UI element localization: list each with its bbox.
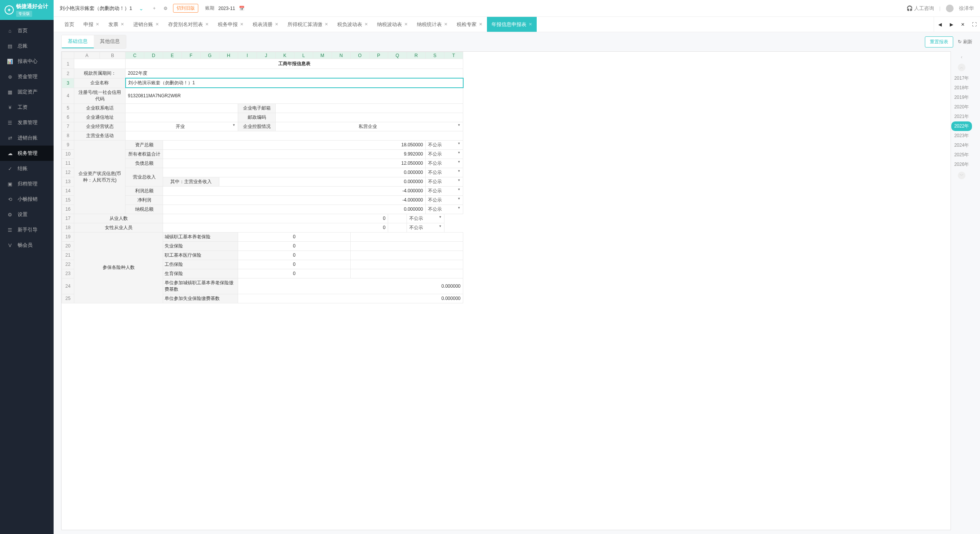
collapse-icon[interactable]: ‹ <box>961 54 962 60</box>
nav-item-home[interactable]: ⌂首页 <box>0 23 54 38</box>
tab-纳税统计表[interactable]: 纳税统计表✕ <box>412 17 452 32</box>
nav-item-salary[interactable]: ¥工资 <box>0 100 54 115</box>
nav-item-fund[interactable]: ⊕资金管理 <box>0 69 54 84</box>
close-icon[interactable]: ✕ <box>275 22 278 27</box>
tab-存货别名对照表[interactable]: 存货别名对照表✕ <box>163 17 213 32</box>
year-2018年[interactable]: 2018年 <box>951 83 972 93</box>
disclose-select[interactable]: 不公示 <box>426 177 463 186</box>
row-header[interactable]: 20 <box>62 241 74 251</box>
nav-item-close[interactable]: ✓结账 <box>0 161 54 176</box>
tab-年报信息申报表[interactable]: 年报信息申报表✕ <box>487 17 537 32</box>
year-2021年[interactable]: 2021年 <box>951 112 972 121</box>
row-header[interactable]: 11 <box>62 159 74 168</box>
disclose-select[interactable]: 不公示 <box>426 195 463 205</box>
tab-next-icon[interactable]: ▶ <box>946 17 957 32</box>
disclose-select[interactable]: 不公示 <box>426 205 463 214</box>
calendar-icon[interactable]: 📅 <box>239 6 245 11</box>
year-2025年[interactable]: 2025年 <box>951 150 972 160</box>
row-header[interactable]: 13 <box>62 177 74 186</box>
row-header[interactable]: 8 <box>62 131 74 140</box>
chevron-down-icon[interactable]: ⌄ <box>136 5 147 11</box>
nav-item-tax[interactable]: ☁税务管理 <box>0 146 54 161</box>
row-header[interactable]: 7 <box>62 122 74 131</box>
tab-进销台账[interactable]: 进销台账✕ <box>129 17 163 32</box>
row-header[interactable]: 10 <box>62 149 74 159</box>
year-2023年[interactable]: 2023年 <box>951 131 972 141</box>
row-header[interactable]: 6 <box>62 113 74 122</box>
nav-item-inout[interactable]: ⇄进销台账 <box>0 130 54 146</box>
year-2026年[interactable]: 2026年 <box>951 160 972 169</box>
close-icon[interactable]: ✕ <box>444 22 448 27</box>
row-header[interactable]: 16 <box>62 205 74 214</box>
close-icon[interactable]: ✕ <box>155 22 159 27</box>
subtab-basic[interactable]: 基础信息 <box>62 35 94 48</box>
close-icon[interactable]: ✕ <box>96 22 99 27</box>
nav-item-reclaim[interactable]: ⟲小畅报销 <box>0 192 54 207</box>
subtab-other[interactable]: 其他信息 <box>94 35 126 48</box>
year-2024年[interactable]: 2024年 <box>951 141 972 150</box>
tab-税务申报[interactable]: 税务申报✕ <box>213 17 248 32</box>
tab-税负波动表[interactable]: 税负波动表✕ <box>333 17 372 32</box>
row-header[interactable]: 4 <box>62 88 74 103</box>
row-header[interactable]: 2 <box>62 69 74 79</box>
nav-item-settings[interactable]: ⚙设置 <box>0 207 54 222</box>
tab-申报[interactable]: 申报✕ <box>79 17 104 32</box>
close-icon[interactable]: ✕ <box>529 22 532 27</box>
nav-item-asset[interactable]: ▦固定资产 <box>0 84 54 100</box>
tab-税表清册[interactable]: 税表清册✕ <box>248 17 283 32</box>
consult-link[interactable]: 🎧 人工咨询 <box>906 5 934 12</box>
row-header[interactable]: 23 <box>62 269 74 278</box>
row-header[interactable]: 5 <box>62 103 74 113</box>
year-down-icon[interactable]: ﹀ <box>958 172 965 179</box>
close-icon[interactable]: ✕ <box>205 22 209 27</box>
year-2022年[interactable]: 2022年 <box>951 121 972 131</box>
company-name-cell[interactable]: 刘小艳演示账套（勿删勿动！）1 <box>126 78 463 88</box>
close-icon[interactable]: ✕ <box>121 22 124 27</box>
refresh-button[interactable]: ↻ 刷新 <box>958 39 972 45</box>
tab-首页[interactable]: 首页 <box>60 17 79 32</box>
plus-icon[interactable]: ＋ <box>150 3 158 13</box>
period-value[interactable]: 2023-11 <box>218 6 235 11</box>
row-header[interactable]: 14 <box>62 186 74 195</box>
row-header[interactable]: 9 <box>62 140 74 149</box>
nav-item-guide[interactable]: ☰新手引导 <box>0 222 54 238</box>
disclose-select[interactable]: 不公示 <box>426 186 463 195</box>
switch-old-button[interactable]: 切到旧版 <box>173 4 198 13</box>
tab-税检专家[interactable]: 税检专家✕ <box>452 17 487 32</box>
close-icon[interactable]: ✕ <box>404 22 408 27</box>
disclose-select[interactable]: 不公示 <box>426 168 463 177</box>
tab-close-all-icon[interactable]: ✕ <box>957 17 969 32</box>
close-icon[interactable]: ✕ <box>479 22 482 27</box>
row-header[interactable]: 1 <box>62 59 74 69</box>
avatar-icon[interactable] <box>946 5 954 12</box>
year-2017年[interactable]: 2017年 <box>951 74 972 83</box>
row-header[interactable]: 17 <box>62 214 74 223</box>
user-name[interactable]: 徐泽华 <box>959 5 974 12</box>
tab-prev-icon[interactable]: ◀ <box>934 17 946 32</box>
row-header[interactable]: 15 <box>62 195 74 205</box>
tab-所得税汇算清缴[interactable]: 所得税汇算清缴✕ <box>283 17 333 32</box>
spreadsheet[interactable]: ABCDEFGHIJKLMNOPQRST1工商年报信息表2税款所属期间：2022… <box>61 51 951 530</box>
year-up-icon[interactable]: ︿ <box>958 64 965 71</box>
row-header[interactable]: 22 <box>62 260 74 269</box>
nav-item-report[interactable]: 📊报表中心 <box>0 54 54 69</box>
row-header[interactable]: 24 <box>62 278 74 294</box>
close-icon[interactable]: ✕ <box>364 22 368 27</box>
row-header[interactable]: 12 <box>62 168 74 177</box>
nav-item-invoice[interactable]: ☰发票管理 <box>0 115 54 130</box>
close-icon[interactable]: ✕ <box>325 22 328 27</box>
row-header[interactable]: 3 <box>62 78 74 88</box>
close-icon[interactable]: ✕ <box>240 22 243 27</box>
year-2020年[interactable]: 2020年 <box>951 102 972 112</box>
tab-纳税波动表[interactable]: 纳税波动表✕ <box>372 17 412 32</box>
row-header[interactable]: 25 <box>62 294 74 303</box>
account-name[interactable]: 刘小艳演示账套（勿删勿动！）1 <box>60 5 132 12</box>
holding-select[interactable]: 私营企业 <box>276 122 463 131</box>
disclose-select[interactable]: 不公示 <box>426 140 463 149</box>
gear-icon[interactable]: ⚙ <box>162 4 169 13</box>
disclose-select[interactable]: 不公示 <box>426 149 463 159</box>
row-header[interactable]: 18 <box>62 223 74 232</box>
nav-item-archive[interactable]: ▣归档管理 <box>0 176 54 192</box>
row-header[interactable]: 21 <box>62 251 74 260</box>
fullscreen-icon[interactable]: ⛶ <box>969 17 980 32</box>
